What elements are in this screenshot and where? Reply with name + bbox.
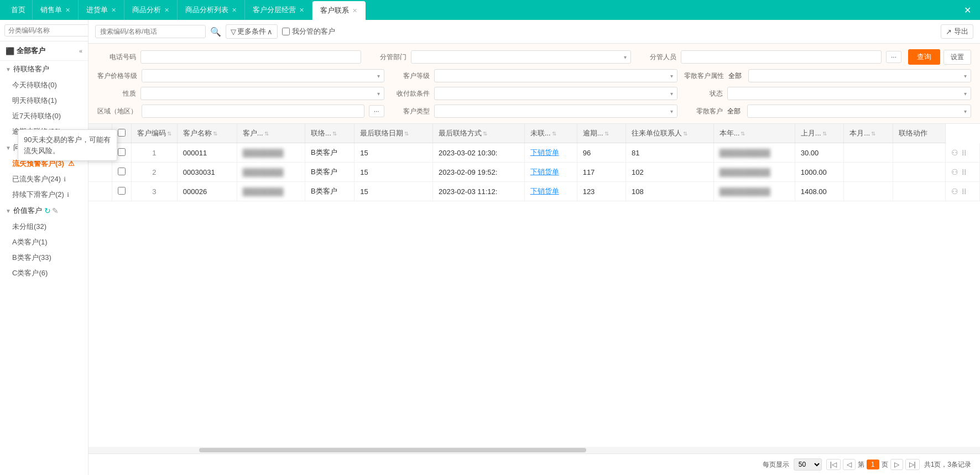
tab-customer-contact[interactable]: 客户联系 ✕: [312, 1, 366, 20]
th-last-contact-date[interactable]: 最后联络日期⇅: [355, 124, 433, 143]
table-row: 1 000011 ████████ B类客户 15 2023-03-02 10:…: [88, 143, 980, 163]
query-button[interactable]: 查询: [908, 49, 940, 65]
th-overdue[interactable]: 逾期...⇅: [577, 124, 625, 143]
sidebar-group-pending[interactable]: ▼ 待联络客户: [0, 61, 88, 77]
filter-zero-retail: 零散客户 全部 ▾: [684, 105, 971, 118]
customer-grade-select[interactable]: [142, 69, 384, 82]
search-input[interactable]: [95, 25, 206, 38]
tab-home[interactable]: 首页: [4, 0, 33, 20]
th-code[interactable]: 客户编码⇅: [131, 124, 177, 143]
sidebar-item-tomorrow[interactable]: 明天待联络(1): [0, 93, 88, 108]
status-select[interactable]: [727, 87, 971, 100]
close-icon[interactable]: ✕: [65, 7, 70, 14]
row-last-contact-method[interactable]: 下销货单: [524, 163, 577, 182]
action-more-icon[interactable]: ⁞⁞: [962, 148, 966, 157]
filter-customer-type: 客户类型 ▾: [391, 105, 678, 118]
filter-row-3: 性质 ▾ 收付款条件 ▾ 状态: [97, 87, 971, 100]
row-select-checkbox[interactable]: [118, 168, 126, 175]
arrow-icon: ▼: [6, 208, 11, 214]
gender-select[interactable]: [140, 87, 384, 100]
sort-icon: ⇅: [552, 131, 556, 137]
close-icon[interactable]: ✕: [111, 7, 116, 14]
page-suffix: 页: [882, 460, 888, 469]
sidebar-item-ungrouped[interactable]: 未分组(32): [0, 219, 88, 234]
tab-purchase[interactable]: 进货单 ✕: [79, 0, 124, 20]
th-not-contacted[interactable]: 未联...⇅: [524, 124, 577, 143]
sidebar-item-churned[interactable]: 已流失客户(24) ℹ: [0, 171, 88, 187]
export-button[interactable]: ↗ 导出: [941, 24, 973, 39]
tab-product-analysis[interactable]: 商品分析 ✕: [124, 0, 178, 20]
search-button[interactable]: 🔍: [210, 27, 221, 37]
manager-input[interactable]: [681, 50, 882, 64]
manager-dots-button[interactable]: ···: [886, 51, 901, 63]
sidebar-item-class-b[interactable]: B类客户(33): [0, 250, 88, 265]
sidebar-item-7days[interactable]: 近7天待联络(0): [0, 108, 88, 124]
tab-product-analysis-list[interactable]: 商品分析列表 ✕: [178, 0, 245, 20]
payment-select[interactable]: [434, 87, 678, 100]
action-link-icon[interactable]: ⚇: [951, 168, 958, 176]
th-last-month[interactable]: 上月...⇅: [795, 124, 843, 143]
th-contact[interactable]: 联络...⇅: [305, 124, 354, 143]
th-this-month[interactable]: 本月...⇅: [844, 124, 893, 143]
select-all-checkbox[interactable]: [118, 129, 126, 137]
scrollbar-thumb[interactable]: [199, 448, 586, 452]
next-page-button[interactable]: ▷: [890, 459, 903, 470]
row-checkbox[interactable]: [112, 182, 131, 201]
tab-sales[interactable]: 销售单 ✕: [33, 0, 79, 20]
sidebar-item-today[interactable]: 今天待联络(0): [0, 77, 88, 93]
row-type: B类客户: [305, 163, 354, 182]
sidebar-item-class-a[interactable]: A类客户(1): [0, 234, 88, 250]
sidebar-item-declining[interactable]: 持续下滑客户(2) ℹ: [0, 187, 88, 202]
close-icon[interactable]: ✕: [299, 7, 304, 14]
close-icon[interactable]: ✕: [164, 7, 169, 14]
row-last-contact-method[interactable]: 下销货单: [524, 143, 577, 163]
window-close-button[interactable]: ✕: [960, 5, 976, 15]
th-this-year[interactable]: 本年...⇅: [713, 124, 795, 143]
zero-retail-select[interactable]: [747, 105, 971, 118]
sidebar-item-class-c[interactable]: C类客户(6): [0, 265, 88, 281]
info-icon2: ℹ: [67, 191, 69, 198]
phone-input[interactable]: [140, 50, 361, 64]
my-customers-check[interactable]: [282, 28, 290, 35]
export-icon: ↗: [946, 28, 952, 36]
my-customers-checkbox[interactable]: 我分管的客户: [282, 27, 335, 36]
action-link-icon[interactable]: ⚇: [951, 187, 958, 196]
zero-retail-attr-select[interactable]: [748, 69, 971, 82]
more-conditions-button[interactable]: ▽ 更多条件 ∧: [226, 24, 278, 39]
area-dots-button[interactable]: ···: [369, 105, 384, 117]
refresh-icon[interactable]: ↻: [44, 206, 51, 215]
customer-level-select[interactable]: [434, 69, 678, 82]
row-select-checkbox[interactable]: [118, 148, 126, 156]
table-scrollbar[interactable]: [88, 447, 980, 453]
all-customers-title[interactable]: ⬛ 全部客户 «: [0, 41, 88, 61]
row-select-checkbox[interactable]: [118, 187, 126, 195]
last-page-button[interactable]: ▷|: [905, 459, 920, 470]
filter-row-4: 区域（地区） ··· 客户类型 ▾ 零散客户 全部 ▾: [97, 105, 971, 118]
th-contact-person[interactable]: 往来单位联系人⇅: [625, 124, 713, 143]
sort-icon: ⇅: [404, 131, 409, 137]
settings-button[interactable]: 设置: [943, 50, 971, 65]
th-name[interactable]: 客户名称⇅: [177, 124, 237, 143]
sidebar-search-input[interactable]: [4, 24, 88, 36]
sort-icon: ⇅: [483, 131, 487, 137]
prev-page-button[interactable]: ◁: [843, 459, 856, 470]
action-link-icon[interactable]: ⚇: [951, 148, 958, 157]
edit-icon[interactable]: ✎: [52, 206, 59, 215]
close-icon[interactable]: ✕: [232, 7, 237, 14]
dept-select[interactable]: [411, 50, 632, 64]
row-last-contact-method[interactable]: 下销货单: [524, 182, 577, 201]
row-action: ⚇ ⁞⁞: [945, 182, 980, 201]
row-checkbox[interactable]: [112, 163, 131, 182]
th-last-contact-method[interactable]: 最后联络方式⇅: [433, 124, 525, 143]
close-icon[interactable]: ✕: [352, 7, 357, 14]
first-page-button[interactable]: |◁: [826, 459, 841, 470]
sidebar-group-value[interactable]: ▼ 价值客户 ↻ ✎: [0, 202, 88, 219]
filter-dept: 分管部门 ▾: [368, 50, 632, 64]
per-page-select[interactable]: 50 100 200: [794, 458, 822, 471]
area-input[interactable]: [142, 105, 364, 118]
action-more-icon[interactable]: ⁞⁞: [962, 187, 966, 196]
th-type[interactable]: 客户...⇅: [237, 124, 305, 143]
tab-customer-layered[interactable]: 客户分层经营 ✕: [245, 0, 312, 20]
action-more-icon[interactable]: ⁞⁞: [962, 168, 966, 176]
customer-type-select[interactable]: [434, 105, 678, 118]
